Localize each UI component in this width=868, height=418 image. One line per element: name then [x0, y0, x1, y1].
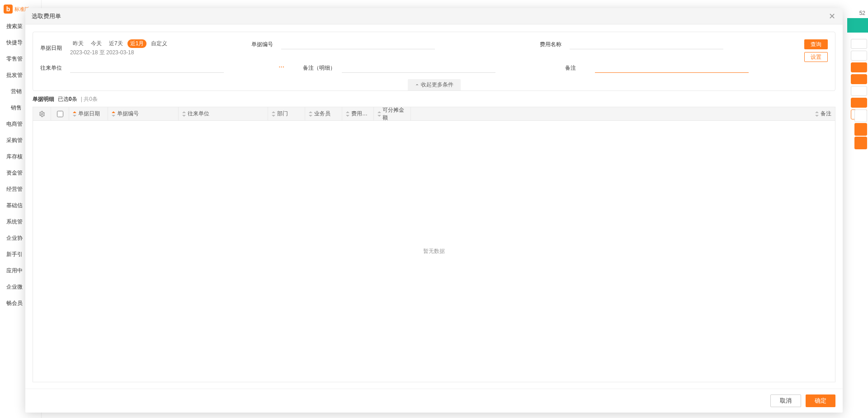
settings-button[interactable]: 设置	[804, 52, 828, 62]
cancel-button[interactable]: 取消	[770, 394, 801, 407]
modal-footer: 取消 确定	[25, 389, 843, 413]
field-remark: 备注	[565, 63, 810, 73]
total-count: | 共0条	[81, 95, 98, 103]
date-option[interactable]: 近7天	[106, 39, 126, 48]
select-all-checkbox[interactable]	[57, 111, 63, 117]
date-option[interactable]: 近1月	[127, 39, 147, 48]
modal-body: 查询 设置 单据日期 昨天今天近7天近1月自定义 2023-02-18 至 20…	[25, 24, 843, 389]
field-fee-name: 费用名称 ···	[540, 39, 810, 49]
th-unit[interactable]: 往来单位	[179, 107, 268, 120]
th-amt[interactable]: 可分摊金额	[374, 107, 411, 120]
date-option[interactable]: 昨天	[70, 39, 86, 48]
date-option[interactable]: 今天	[88, 39, 104, 48]
field-remark-detail: 备注（明细）	[303, 63, 547, 73]
label-fee-name: 费用名称	[540, 41, 567, 48]
input-unit[interactable]	[70, 63, 224, 73]
field-unit: 往来单位 ···	[40, 63, 285, 73]
more-unit-icon[interactable]: ···	[279, 64, 285, 70]
modal-select-expense: 选取费用单 ✕ 查询 设置 单据日期 昨天今天近7天近1月自定义 2023-02…	[25, 8, 843, 413]
label-remark-detail: 备注（明细）	[303, 64, 339, 72]
label-doc-no: 单据编号	[251, 41, 278, 48]
collapse-more-button[interactable]: 收起更多条件	[408, 79, 461, 90]
table: 单据日期 单据编号 往来单位 部门 业务员 费用… 可分摊金额 备注 暂无数据	[33, 107, 835, 382]
input-fee-name[interactable]	[570, 39, 723, 49]
date-range-display: 2023-02-18 至 2023-03-18	[70, 49, 170, 57]
modal-overlay: 选取费用单 ✕ 查询 设置 单据日期 昨天今天近7天近1月自定义 2023-02…	[0, 0, 868, 418]
input-remark-detail[interactable]	[342, 63, 495, 73]
table-empty-state: 暂无数据	[33, 121, 835, 382]
modal-header: 选取费用单 ✕	[25, 8, 843, 24]
date-option[interactable]: 自定义	[148, 39, 170, 48]
section-title: 单据明细	[33, 95, 54, 103]
label-unit: 往来单位	[40, 64, 67, 72]
th-remark[interactable]: 备注	[411, 107, 835, 120]
confirm-button[interactable]: 确定	[806, 394, 835, 407]
th-agent[interactable]: 业务员	[305, 107, 342, 120]
chevron-up-icon	[415, 82, 419, 88]
th-dept[interactable]: 部门	[268, 107, 305, 120]
th-no[interactable]: 单据编号	[108, 107, 179, 120]
label-date: 单据日期	[40, 44, 67, 52]
date-range-options: 昨天今天近7天近1月自定义	[70, 39, 170, 48]
modal-title: 选取费用单	[32, 12, 61, 20]
section-header: 单据明细 已选0条 | 共0条	[25, 91, 843, 107]
th-fee[interactable]: 费用…	[342, 107, 374, 120]
input-doc-no[interactable]	[281, 39, 435, 49]
selected-count: 已选0条	[58, 95, 77, 103]
input-remark[interactable]	[595, 63, 749, 73]
label-remark: 备注	[565, 64, 592, 72]
filter-panel: 查询 设置 单据日期 昨天今天近7天近1月自定义 2023-02-18 至 20…	[33, 32, 835, 91]
horizontal-scrollbar[interactable]	[33, 382, 835, 389]
collapse-label: 收起更多条件	[421, 81, 453, 89]
field-date: 单据日期 昨天今天近7天近1月自定义 2023-02-18 至 2023-03-…	[40, 39, 170, 57]
table-select-all[interactable]	[51, 107, 69, 120]
close-icon[interactable]: ✕	[827, 11, 836, 21]
collapse-bar: 收起更多条件	[40, 79, 828, 90]
table-header: 单据日期 单据编号 往来单位 部门 业务员 费用… 可分摊金额 备注	[33, 107, 835, 121]
svg-point-0	[41, 113, 43, 115]
table-settings-icon[interactable]	[33, 107, 51, 120]
more-fee-name-icon[interactable]: ···	[804, 40, 810, 47]
field-doc-no: 单据编号	[251, 39, 521, 49]
th-date[interactable]: 单据日期	[69, 107, 108, 120]
